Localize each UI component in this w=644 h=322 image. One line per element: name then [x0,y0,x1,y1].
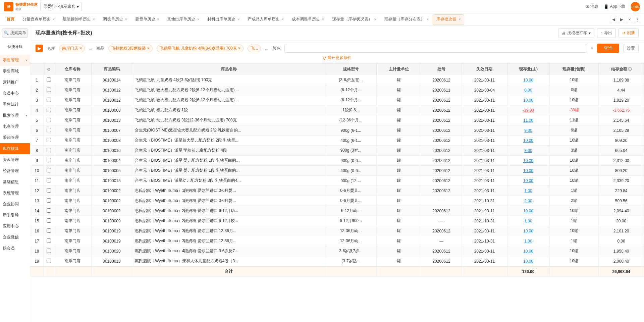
sidebar-item-inventory[interactable]: 库存核算 [0,143,30,154]
color-input[interactable] [284,44,587,53]
sidebar-item-finance[interactable]: 资金管理 [0,154,30,165]
stock-main-link[interactable]: 10.00 [523,229,533,233]
cell-checkbox[interactable] [44,246,54,256]
tab-1[interactable]: 组装拆卸单历史 × [59,14,99,24]
cell-checkbox[interactable] [44,216,54,226]
row-checkbox[interactable] [47,249,51,253]
row-checkbox[interactable] [47,228,51,233]
product-tag-2[interactable]: 飞鹤星飞帆 儿童奶粉 4段(3-6岁适用) 700克 × [157,45,244,52]
row-checkbox[interactable] [47,98,51,102]
stock-main-link[interactable]: 10.00 [523,138,533,143]
cell-stock-main[interactable]: 10.00 [507,226,549,236]
cell-stock-main[interactable]: 9.00 [507,125,549,136]
cell-checkbox[interactable] [44,75,54,85]
cell-stock-main[interactable]: 10.00 [507,156,549,166]
row-checkbox[interactable] [47,77,51,82]
stock-main-link[interactable]: 1.00 [524,189,532,193]
row-checkbox[interactable] [47,138,51,142]
cell-stock-main[interactable]: 1.00 [507,186,549,196]
app-download-btn[interactable]: 📱 App下载 [604,4,625,9]
sidebar-item-vip[interactable]: 畅会员 [0,243,30,254]
cell-stock-main[interactable]: 10.00 [507,166,549,176]
quick-nav-btn[interactable]: 快捷导航 [0,40,30,53]
refresh-btn[interactable]: ↺ 刷新 [619,28,639,38]
sidebar-item-retail-mall[interactable]: 零售商城 [0,66,30,77]
tab-close-8[interactable]: × [374,17,376,21]
message-btn[interactable]: ✉ 消息 [586,4,598,9]
cell-stock-main[interactable]: 10.00 [507,136,549,146]
cell-checkbox[interactable] [44,226,54,236]
tab-4[interactable]: 其他出库单历史 × [163,14,203,24]
stock-main-link[interactable]: 10.00 [523,249,533,254]
tab-2[interactable]: 调拨单历史 × [99,14,131,24]
sidebar-item-purchase[interactable]: 采购管理 [0,132,30,143]
row-checkbox[interactable] [47,108,51,112]
stock-main-link[interactable]: 10.00 [523,78,533,83]
tab-close-6[interactable]: × [282,17,284,21]
warehouse-tag[interactable]: 南岸门店 × [59,45,85,52]
cell-stock-main[interactable]: 10.00 [507,206,549,216]
cell-checkbox[interactable] [44,156,54,166]
tab-3[interactable]: 要货单历史 × [131,14,163,24]
cell-stock-main[interactable]: 11.00 [507,115,549,125]
cell-checkbox[interactable] [44,146,54,156]
product2-remove-btn[interactable]: × [238,46,240,51]
tab-close-0[interactable]: × [53,17,55,21]
stock-main-link[interactable]: 11.00 [523,118,533,123]
row-checkbox[interactable] [47,188,51,193]
row-checkbox[interactable] [47,259,51,263]
tab-close-4[interactable]: × [197,17,199,21]
cell-checkbox[interactable] [44,166,54,176]
cell-checkbox[interactable] [44,136,54,146]
search-menu-btn[interactable]: 🔍 搜索菜单 [2,28,28,38]
sidebar-item-marketing[interactable]: 营销推广 [0,77,30,88]
stock-main-link[interactable]: 10.00 [523,168,533,173]
cell-stock-main[interactable]: 10.00 [507,75,549,85]
product-tag-1[interactable]: 飞鹤奶粉3段两提装 × [108,45,153,52]
stock-main-link[interactable]: 1.00 [524,239,532,244]
tab-next-btn[interactable]: ▶ [618,16,625,23]
tab-close-7[interactable]: × [322,17,324,21]
account-selector[interactable]: 母婴行业演示账套 ▾ [40,2,82,11]
tab-close-all-btn[interactable]: × [626,16,633,23]
cell-stock-main[interactable]: 2.00 [507,196,549,206]
cell-stock-main[interactable]: 1.00 [507,216,549,226]
cell-checkbox[interactable] [44,85,54,95]
settings-btn[interactable]: 设置 [623,44,639,53]
sidebar-item-member[interactable]: 会员中心 [0,88,30,99]
stock-main-link[interactable]: 10.00 [523,259,533,264]
row-checkbox[interactable] [47,128,51,132]
cell-checkbox[interactable] [44,206,54,216]
cell-checkbox[interactable] [44,125,54,136]
sidebar-item-wechat[interactable]: 企业微信 [0,232,30,243]
tab-prev-btn[interactable]: ◀ [610,16,617,23]
sidebar-item-wholesale[interactable]: 批发管理 ▾ [0,110,30,121]
cell-stock-main[interactable]: 3.00 [507,146,549,156]
tab-close-2[interactable]: × [125,17,127,21]
row-checkbox[interactable] [47,218,51,223]
cell-stock-main[interactable]: 10.00 [507,176,549,186]
sidebar-item-guide[interactable]: 新手引导 [0,210,30,221]
expand-more-btn[interactable]: ⋁ 展开更多条件 [323,55,352,61]
cell-stock-main[interactable]: 10.00 [507,246,549,256]
stock-main-link[interactable]: 10.00 [523,209,533,213]
sidebar-item-app-center[interactable]: 应用中心 [0,221,30,232]
cell-checkbox[interactable] [44,176,54,186]
tab-9[interactable]: 现存量（库存分布表）× [381,14,432,24]
stock-main-link[interactable]: 9.00 [524,128,532,133]
sidebar-item-enterprise[interactable]: 企业协同 [0,199,30,210]
stock-main-link[interactable]: -39.00 [523,108,534,113]
tab-close-9[interactable]: × [427,17,429,21]
tab-close-1[interactable]: × [93,17,95,21]
settings-gear-icon[interactable]: ⚙ [47,67,51,72]
cell-checkbox[interactable] [44,196,54,206]
cell-stock-main[interactable]: 1.00 [507,236,549,246]
stock-main-link[interactable]: 10.00 [523,98,533,103]
stock-main-link[interactable]: 2.00 [524,199,532,203]
cell-checkbox[interactable] [44,256,54,267]
row-checkbox[interactable] [47,198,51,203]
sidebar-item-system[interactable]: 系统管理 [0,187,30,199]
row-checkbox[interactable] [47,158,51,162]
th-settings[interactable]: ⚙ [44,64,54,75]
stock-main-link[interactable]: 10.00 [523,158,533,163]
